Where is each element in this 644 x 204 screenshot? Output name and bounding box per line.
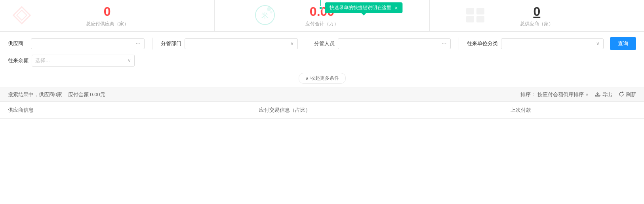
manager-input-container: ···	[338, 38, 451, 49]
sort-value: 按应付会额倒序排序	[537, 91, 584, 98]
svg-rect-8	[466, 16, 474, 22]
department-arrow-btn[interactable]: ∨	[289, 41, 295, 46]
svg-text:米: 米	[261, 11, 269, 19]
unit-category-label: 往来单位分类	[467, 40, 498, 47]
payable-total-label: 应付合计（万）	[305, 21, 339, 27]
svg-rect-11	[595, 96, 600, 97]
divider-3	[459, 38, 459, 50]
unit-category-arrow-btn[interactable]: ∨	[594, 41, 601, 46]
divider-2	[306, 38, 306, 50]
refresh-button[interactable]: 刷新	[619, 91, 636, 98]
tooltip-text: 快速录单的快捷键说明在这里	[330, 4, 391, 11]
balance-select[interactable]: 选择... ∨	[32, 55, 135, 67]
svg-rect-6	[466, 8, 474, 14]
filter-row-2: 往来余额 选择... ∨	[8, 55, 636, 67]
balance-label: 往来余额	[8, 57, 29, 64]
col-header-supplier: 供应商信息	[8, 107, 259, 114]
unit-category-input-container: ∨	[501, 38, 604, 49]
supplier-input[interactable]	[31, 38, 145, 49]
svg-rect-0	[13, 7, 30, 23]
collapse-button[interactable]: ∧ 收起更多条件	[299, 73, 346, 84]
result-actions: 排序： 按应付会额倒序排序 ∨ 导出 刷新	[520, 91, 636, 98]
search-result-text: 搜索结果中，供应商0家	[8, 92, 62, 97]
col-header-transaction: 应付交易信息（占比）	[259, 107, 510, 114]
result-info: 搜索结果中，供应商0家 应付金额 0.00元	[8, 91, 105, 98]
filter-area: 供应商 ··· 分管部门 ∨ 分管人员 ···	[0, 32, 644, 88]
balance-arrow-icon: ∨	[128, 58, 131, 63]
supplier-dots-btn[interactable]: ···	[134, 40, 142, 47]
collapse-row: ∧ 收起更多条件	[8, 71, 636, 88]
svg-rect-7	[476, 8, 484, 14]
search-button[interactable]: 查询	[610, 37, 636, 50]
svg-point-4	[267, 7, 271, 11]
total-suppliers-value: 0	[533, 4, 540, 19]
svg-point-5	[270, 11, 272, 13]
supplier-label: 供应商	[8, 40, 28, 47]
balance-placeholder: 选择...	[35, 57, 128, 64]
quick-shortcut-tooltip: 快速录单的快捷键说明在这里 ×	[325, 2, 402, 13]
manager-label: 分管人员	[314, 40, 335, 47]
refresh-icon	[619, 92, 624, 98]
stat-total-suppliers: 0 总供应商（家）	[430, 0, 644, 31]
filter-supplier: 供应商 ···	[8, 38, 145, 49]
supplier-input-container: ···	[31, 38, 145, 49]
total-payable-suppliers-label: 总应付供应商（家）	[86, 21, 129, 27]
collapse-label: 收起更多条件	[311, 75, 339, 82]
filter-manager: 分管人员 ···	[314, 38, 451, 49]
result-bar: 搜索结果中，供应商0家 应付金额 0.00元 排序： 按应付会额倒序排序 ∨ 导…	[0, 88, 644, 102]
filter-balance: 往来余额 选择... ∨	[8, 55, 135, 67]
sort-arrow-icon: ∨	[585, 92, 589, 97]
svg-rect-9	[476, 16, 484, 22]
tooltip-dot	[319, 6, 322, 10]
collapse-icon: ∧	[305, 76, 309, 81]
manager-input[interactable]	[338, 38, 451, 49]
total-suppliers-label: 总供应商（家）	[520, 21, 553, 27]
filter-row-1: 供应商 ··· 分管部门 ∨ 分管人员 ···	[8, 37, 636, 50]
total-payable-suppliers-value: 0	[104, 4, 111, 19]
tooltip-close-btn[interactable]: ×	[394, 5, 398, 11]
sort-label: 排序：	[520, 91, 536, 98]
table-header: 供应商信息 应付交易信息（占比） 上次付款	[0, 102, 644, 119]
export-icon	[595, 92, 600, 98]
filter-unit-category: 往来单位分类 ∨	[467, 38, 604, 49]
manager-dots-btn[interactable]: ···	[440, 40, 448, 47]
department-input[interactable]	[185, 38, 297, 49]
stat-payable-total: 米 0.00 应付合计（万） 快速录单的快捷键说明在这里 ×	[215, 0, 429, 31]
department-input-container: ∨	[185, 38, 297, 49]
unit-category-input[interactable]	[501, 38, 604, 49]
table-body	[0, 119, 644, 204]
export-button[interactable]: 导出	[595, 91, 612, 98]
logo-diamond-icon	[12, 5, 32, 26]
export-label: 导出	[602, 91, 612, 98]
payable-amount-text: 应付金额 0.00元	[68, 92, 105, 97]
stat-total-payable-suppliers: 0 总应付供应商（家）	[0, 0, 215, 31]
filter-department: 分管部门 ∨	[161, 38, 297, 49]
refresh-label: 刷新	[626, 91, 636, 98]
sort-button[interactable]: 排序： 按应付会额倒序排序 ∨	[520, 91, 589, 98]
divider-1	[152, 38, 153, 50]
top-stats-bar: 0 总应付供应商（家） 米 0.00 应付合计（万） 快速录单的快捷键说明在这里…	[0, 0, 644, 32]
svg-rect-1	[17, 10, 27, 20]
col-header-lastpay: 上次付款	[511, 107, 636, 114]
svg-rect-10	[595, 95, 600, 96]
department-label: 分管部门	[161, 40, 181, 47]
